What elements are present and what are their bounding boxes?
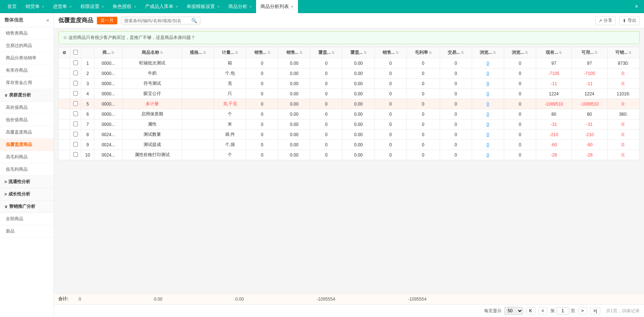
th-sales1[interactable]: 销售...⇅ — [246, 47, 278, 58]
sidebar-item-sales-goods[interactable]: 销售类商品 — [0, 27, 54, 40]
table-row: 40000...眼宝公仔只00.0000.0000000122412241101… — [59, 89, 640, 99]
search-input[interactable] — [124, 18, 190, 23]
sidebar-item-high-value[interactable]: 高价值商品 — [0, 102, 54, 114]
search-icon[interactable]: 🔍 — [191, 18, 197, 23]
nav-analysis[interactable]: 商品分析 × — [224, 0, 256, 13]
nav-purchase[interactable]: 进货单 × — [48, 0, 76, 13]
table-row: 80024...测试数量袋,件00.0000.0000000-210-2100: — [59, 130, 640, 140]
nav-analysis-label: 商品分析 — [228, 3, 247, 10]
th-current[interactable]: 现有...⇅ — [536, 47, 572, 58]
select-all-checkbox[interactable] — [73, 50, 78, 55]
th-code[interactable]: 商...⇅ — [94, 47, 123, 58]
th-sales2[interactable]: 销售...⇅ — [278, 47, 310, 58]
share-btn[interactable]: ↗ 分享 — [595, 16, 616, 25]
last-page-btn[interactable]: >| — [590, 307, 600, 314]
th-name[interactable]: 商品名称⇅ — [122, 47, 182, 58]
nav-analysis-close[interactable]: × — [250, 4, 252, 9]
nav-analysis-list-close[interactable]: × — [291, 4, 293, 9]
sidebar: 整体信息 « 销售类商品 交易过的商品 商品分类动销率 有库存商品 库存资金占用… — [0, 13, 54, 317]
share-label: 分享 — [604, 17, 612, 24]
sidebar-item-category-rate[interactable]: 商品分类动销率 — [0, 52, 54, 64]
sidebar-section-growth[interactable]: > 成长性分析 — [0, 188, 54, 201]
th-cover2[interactable]: 覆盖...⇅ — [342, 47, 374, 58]
nav-product-in-close[interactable]: × — [176, 4, 178, 9]
sidebar-section-marketing[interactable]: ∨ 营销推广分析 — [0, 201, 54, 213]
row-checkbox[interactable] — [73, 60, 78, 65]
time-filter-btn[interactable]: 近一月 — [97, 17, 117, 24]
page-size-label: 每页显示 — [484, 308, 502, 314]
th-trade[interactable]: 交易...⇅ — [440, 47, 472, 58]
sidebar-item-new-goods[interactable]: 新品 — [0, 225, 54, 238]
th-grossrate[interactable]: 毛利率⇅ — [407, 47, 440, 58]
th-unit[interactable]: 计量...⇅ — [214, 47, 246, 58]
table-container[interactable]: ⚙ 商...⇅ 商品名称⇅ 规格...⇅ 计量...⇅ 销售...⇅ 销售...… — [54, 47, 644, 293]
table-row: 50000...多计量克,千克00.0000.0000000-1089510-1… — [59, 99, 640, 109]
th-cover1[interactable]: 覆盖...⇅ — [310, 47, 342, 58]
sidebar-item-low-value[interactable]: 低价值商品 — [0, 114, 54, 126]
nav-permission-close[interactable]: × — [102, 4, 104, 9]
sidebar-item-in-stock[interactable]: 有库存商品 — [0, 64, 54, 77]
page-unit: 页 — [571, 308, 575, 314]
nav-template-close[interactable]: × — [217, 4, 219, 9]
table-row: 60000...启用保质期个00.0000.00000008080360: — [59, 109, 640, 119]
sidebar-section-liquidity[interactable]: > 流通性分析 — [0, 176, 54, 188]
row-checkbox[interactable] — [73, 132, 78, 136]
sidebar-item-high-coverage[interactable]: 高覆盖度商品 — [0, 126, 54, 139]
th-browse1[interactable]: 浏览...⇅ — [472, 47, 504, 58]
nav-analysis-list[interactable]: 商品分析列表 × — [256, 0, 298, 13]
window-close-btn[interactable]: × — [632, 3, 641, 10]
sidebar-header-label: 整体信息 — [4, 17, 23, 23]
nav-purchase-close[interactable]: × — [69, 4, 71, 9]
th-sales3[interactable]: 销售...⇅ — [374, 47, 407, 58]
table-row: 70000...属性米00.0000.0000000-31-310: — [59, 119, 640, 130]
row-checkbox[interactable] — [73, 111, 78, 116]
sidebar-section-cluster[interactable]: ∨ 类群度分析 — [0, 89, 54, 102]
sidebar-header: 整体信息 « — [0, 13, 54, 27]
nav-analysis-list-label: 商品分析列表 — [260, 3, 289, 10]
th-saleable[interactable]: 可销...⇅ — [607, 47, 639, 58]
row-checkbox[interactable] — [73, 71, 78, 75]
search-box: 🔍 — [121, 17, 200, 24]
nav-product-in[interactable]: 产成品入库单 × — [141, 0, 182, 13]
th-available[interactable]: 可用...⇅ — [572, 47, 607, 58]
row-checkbox[interactable] — [73, 152, 78, 157]
th-spec[interactable]: 规格...⇅ — [182, 47, 214, 58]
row-checkbox[interactable] — [73, 91, 78, 96]
export-icon: ⬆ — [623, 18, 626, 23]
nav-sales-close[interactable]: × — [42, 4, 44, 9]
row-checkbox[interactable] — [73, 101, 78, 106]
next-page-btn[interactable]: > — [578, 307, 587, 314]
th-browse2[interactable]: 浏览...⇅ — [504, 47, 536, 58]
sidebar-item-low-coverage[interactable]: 低覆盖度商品 — [0, 139, 54, 151]
row-checkbox[interactable] — [73, 81, 78, 86]
export-btn[interactable]: ⬆ 导出 — [619, 16, 640, 25]
nav-home[interactable]: 首页 — [3, 0, 21, 13]
page-input[interactable] — [556, 307, 569, 314]
row-checkbox[interactable] — [73, 142, 78, 147]
nav-role[interactable]: 角色授权 × — [108, 0, 140, 13]
nav-role-close[interactable]: × — [134, 4, 136, 9]
export-label: 导出 — [628, 17, 636, 24]
prev-page-btn[interactable]: < — [538, 307, 547, 314]
table-footer: 合计: 0 0.00 0.00 -1095554 -1095554 — [54, 293, 644, 304]
sidebar-section-liquidity-arrow: > — [4, 179, 7, 185]
sidebar-item-all-goods[interactable]: 全部商品 — [0, 213, 54, 225]
nav-role-label: 角色授权 — [113, 3, 131, 10]
nav-sales[interactable]: 销货单 × — [21, 0, 48, 13]
nav-template-label: 单据模板设置 — [186, 3, 215, 10]
page-size-select[interactable]: 50 20 100 200 — [504, 307, 523, 315]
sidebar-item-high-margin[interactable]: 高毛利商品 — [0, 151, 54, 163]
row-checkbox[interactable] — [73, 122, 78, 126]
sidebar-item-low-margin[interactable]: 低毛利商品 — [0, 163, 54, 176]
footer-available: -1095554 — [408, 297, 427, 302]
sidebar-item-stock-fund[interactable]: 库存资金占用 — [0, 77, 54, 89]
nav-template[interactable]: 单据模板设置 × — [182, 0, 224, 13]
nav-permission[interactable]: 权限设置 × — [76, 0, 108, 13]
first-page-btn[interactable]: K — [526, 307, 535, 314]
nav-permission-label: 权限设置 — [80, 3, 99, 10]
sidebar-item-traded-goods[interactable]: 交易过的商品 — [0, 40, 54, 52]
nav-product-in-label: 产成品入库单 — [145, 3, 173, 10]
th-checkbox[interactable] — [70, 47, 81, 58]
sidebar-collapse-btn[interactable]: « — [46, 17, 49, 23]
th-settings[interactable]: ⚙ — [59, 47, 70, 58]
